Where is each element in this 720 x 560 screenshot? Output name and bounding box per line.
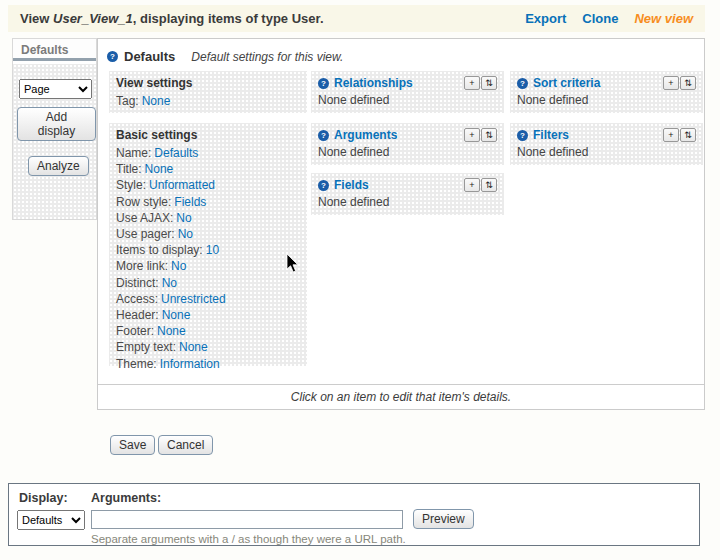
- relationships-title-link[interactable]: Relationships: [334, 76, 413, 90]
- preview-button[interactable]: Preview: [413, 509, 474, 529]
- empty-text-setting-link[interactable]: None: [179, 340, 208, 354]
- rearrange-icon[interactable]: ⇅: [481, 76, 497, 90]
- export-link[interactable]: Export: [525, 11, 566, 26]
- arguments-input[interactable]: [91, 510, 403, 529]
- save-button[interactable]: Save: [110, 435, 155, 455]
- rearrange-icon[interactable]: ⇅: [481, 128, 497, 142]
- setting-row: More link:No: [116, 258, 300, 274]
- arguments-label: Arguments:: [91, 491, 161, 505]
- view-settings-box: View settings Tag:None: [109, 71, 307, 113]
- setting-label: Access:: [116, 292, 158, 306]
- title-setting-link[interactable]: None: [145, 162, 174, 176]
- panel-heading: ? Defaults Default settings for this vie…: [107, 49, 343, 64]
- add-icon[interactable]: +: [663, 128, 679, 142]
- add-icon[interactable]: +: [464, 178, 480, 192]
- setting-label: Title:: [116, 162, 142, 176]
- header-setting-link[interactable]: None: [162, 308, 191, 322]
- sort-criteria-box: ? Sort criteria + ⇅ None defined: [510, 71, 703, 113]
- view-name: User_View_1: [53, 11, 133, 26]
- use-pager-setting-link[interactable]: No: [178, 227, 193, 241]
- help-icon[interactable]: ?: [107, 51, 118, 62]
- view-settings-title: View settings: [116, 76, 300, 90]
- setting-label: More link:: [116, 259, 168, 273]
- more-link-setting-link[interactable]: No: [171, 259, 186, 273]
- live-preview-panel: Display: Defaults Arguments: Preview Sep…: [8, 483, 700, 546]
- help-icon[interactable]: ?: [318, 78, 329, 89]
- preview-display-select[interactable]: Defaults: [17, 510, 85, 530]
- setting-row: Tag:None: [116, 93, 300, 109]
- new-view-link[interactable]: New view: [634, 11, 693, 26]
- add-icon[interactable]: +: [663, 76, 679, 90]
- setting-row: Title:None: [116, 161, 300, 177]
- setting-row: Theme:Information: [116, 356, 300, 372]
- help-icon[interactable]: ?: [517, 78, 528, 89]
- empty-text: None defined: [318, 145, 497, 159]
- clone-link[interactable]: Clone: [582, 11, 618, 26]
- setting-label: Items to display:: [116, 243, 203, 257]
- title-prefix: View: [20, 11, 49, 26]
- help-icon[interactable]: ?: [517, 130, 528, 141]
- name-setting-link[interactable]: Defaults: [154, 146, 198, 160]
- setting-row: Use pager:No: [116, 226, 300, 242]
- help-icon[interactable]: ?: [318, 180, 329, 191]
- setting-label: Style:: [116, 178, 146, 192]
- style-setting-link[interactable]: Unformatted: [149, 178, 215, 192]
- setting-label: Header:: [116, 308, 159, 322]
- basic-settings-box: Basic settings Name:Defaults Title:None …: [109, 123, 307, 366]
- rearrange-icon[interactable]: ⇅: [680, 76, 696, 90]
- filters-title-link[interactable]: Filters: [533, 128, 569, 142]
- tab-defaults[interactable]: Defaults: [13, 39, 96, 61]
- sidebar-body: Page Add display Analyze: [13, 64, 96, 219]
- sort-criteria-header: ? Sort criteria + ⇅: [517, 76, 696, 90]
- arguments-help-text: Separate arguments with a / as though th…: [91, 533, 406, 545]
- empty-text: None defined: [318, 195, 497, 209]
- setting-row: Row style:Fields: [116, 194, 300, 210]
- add-icon[interactable]: +: [464, 76, 480, 90]
- displays-sidebar: Defaults Page Add display Analyze: [12, 38, 97, 220]
- header-links: Export Clone New view: [525, 11, 693, 26]
- sort-criteria-title-link[interactable]: Sort criteria: [533, 76, 600, 90]
- row-style-setting-link[interactable]: Fields: [174, 195, 206, 209]
- display-type-select[interactable]: Page: [19, 79, 92, 99]
- use-ajax-setting-link[interactable]: No: [176, 211, 191, 225]
- arguments-title-link[interactable]: Arguments: [334, 128, 397, 142]
- rearrange-icon[interactable]: ⇅: [481, 178, 497, 192]
- panel-footer-note: Click on an item to edit that item's det…: [98, 384, 704, 409]
- distinct-setting-link[interactable]: No: [162, 276, 177, 290]
- view-editor-panel: ? Defaults Default settings for this vie…: [97, 38, 705, 410]
- tag-setting-link[interactable]: None: [142, 94, 171, 108]
- page-title: View User_View_1, displaying items of ty…: [20, 11, 324, 26]
- fields-header: ? Fields + ⇅: [318, 178, 497, 192]
- filters-box: ? Filters + ⇅ None defined: [510, 123, 703, 165]
- setting-row: Access:Unrestricted: [116, 291, 300, 307]
- display-description: Default settings for this view.: [191, 50, 343, 64]
- relationships-box: ? Relationships + ⇅ None defined: [311, 71, 504, 113]
- setting-label: Tag:: [116, 94, 139, 108]
- add-display-button[interactable]: Add display: [17, 107, 96, 141]
- add-icon[interactable]: +: [464, 128, 480, 142]
- empty-text: None defined: [517, 145, 696, 159]
- help-icon[interactable]: ?: [318, 130, 329, 141]
- analyze-button[interactable]: Analyze: [28, 156, 89, 176]
- fields-title-link[interactable]: Fields: [334, 178, 369, 192]
- setting-label: Name:: [116, 146, 151, 160]
- filters-header: ? Filters + ⇅: [517, 128, 696, 142]
- items-to-display-setting-link[interactable]: 10: [206, 243, 219, 257]
- arguments-header: ? Arguments + ⇅: [318, 128, 497, 142]
- access-setting-link[interactable]: Unrestricted: [161, 292, 226, 306]
- setting-label: Row style:: [116, 195, 171, 209]
- setting-row: Footer:None: [116, 323, 300, 339]
- footer-setting-link[interactable]: None: [157, 324, 186, 338]
- setting-label: Use AJAX:: [116, 211, 173, 225]
- setting-row: Items to display:10: [116, 242, 300, 258]
- setting-row: Header:None: [116, 307, 300, 323]
- setting-row: Empty text:None: [116, 339, 300, 355]
- fields-box: ? Fields + ⇅ None defined: [311, 173, 504, 215]
- relationships-header: ? Relationships + ⇅: [318, 76, 497, 90]
- display-label: Display:: [19, 491, 68, 505]
- setting-row: Use AJAX:No: [116, 210, 300, 226]
- cancel-button[interactable]: Cancel: [158, 435, 213, 455]
- rearrange-icon[interactable]: ⇅: [680, 128, 696, 142]
- mouse-cursor-icon: [286, 254, 299, 273]
- theme-setting-link[interactable]: Information: [160, 357, 220, 371]
